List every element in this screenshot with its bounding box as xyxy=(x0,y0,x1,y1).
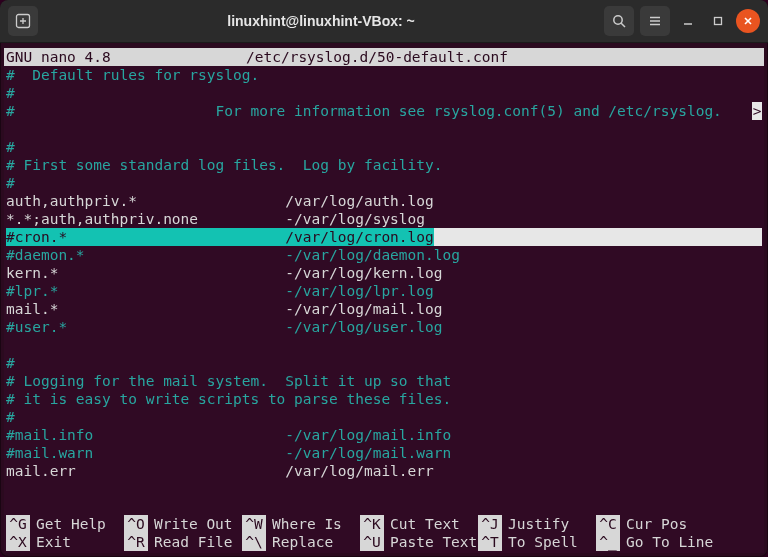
svg-rect-9 xyxy=(715,18,722,25)
editor-line[interactable]: #mail.warn -/var/log/mail.warn xyxy=(6,444,762,462)
editor-line[interactable]: #daemon.* -/var/log/daemon.log xyxy=(6,246,762,264)
shortcut-key: ^J xyxy=(478,515,502,533)
minimize-button[interactable] xyxy=(676,9,700,33)
shortcut-cut-text: ^KCut Text xyxy=(360,515,478,533)
shortcut-key: ^U xyxy=(360,533,384,551)
editor-line[interactable] xyxy=(6,336,762,354)
editor-line[interactable]: # xyxy=(6,174,762,192)
shortcut-key: ^O xyxy=(124,515,148,533)
new-tab-button[interactable] xyxy=(8,6,38,36)
shortcut-key: ^G xyxy=(6,515,30,533)
maximize-button[interactable] xyxy=(706,9,730,33)
shortcut-to-spell: ^TTo Spell xyxy=(478,533,596,551)
shortcut-key: ^_ xyxy=(596,533,620,551)
shortcut-label: Cut Text xyxy=(384,515,460,533)
shortcut-paste-text: ^UPaste Text xyxy=(360,533,478,551)
shortcut-key: ^X xyxy=(6,533,30,551)
shortcut-label: Get Help xyxy=(30,515,106,533)
svg-line-4 xyxy=(621,23,625,27)
shortcut-label: Paste Text xyxy=(384,533,477,551)
window-title: linuxhint@linuxhint-VBox: ~ xyxy=(38,13,604,29)
shortcut-justify: ^JJustify xyxy=(478,515,596,533)
shortcut-row: ^XExit^RRead File^\Replace^UPaste Text^T… xyxy=(6,533,762,551)
close-button[interactable] xyxy=(736,9,760,33)
editor-line[interactable]: *.*;auth,authpriv.none -/var/log/syslog xyxy=(6,210,762,228)
close-icon xyxy=(742,15,754,27)
editor-line-selected[interactable]: #cron.* /var/log/cron.log xyxy=(6,228,762,246)
shortcut-label: Write Out xyxy=(148,515,233,533)
editor-line[interactable]: auth,authpriv.* /var/log/auth.log xyxy=(6,192,762,210)
line-continuation-indicator: > xyxy=(752,102,762,120)
shortcut-label: Go To Line xyxy=(620,533,713,551)
editor-line[interactable]: mail.* -/var/log/mail.log xyxy=(6,300,762,318)
shortcut-key: ^K xyxy=(360,515,384,533)
maximize-icon xyxy=(712,15,724,27)
shortcut-key: ^T xyxy=(478,533,502,551)
shortcut-label: Read File xyxy=(148,533,233,551)
nano-version: GNU nano 4.8 xyxy=(6,48,246,66)
search-button[interactable] xyxy=(604,6,634,36)
terminal-area[interactable]: GNU nano 4.8 /etc/rsyslog.d/50-default.c… xyxy=(4,48,764,553)
shortcut-key: ^\ xyxy=(242,533,266,551)
editor-line[interactable]: # xyxy=(6,354,762,372)
shortcut-label: To Spell xyxy=(502,533,578,551)
minimize-icon xyxy=(682,15,694,27)
editor-line[interactable]: # it is easy to write scripts to parse t… xyxy=(6,390,762,408)
hamburger-icon xyxy=(647,13,663,29)
new-tab-icon xyxy=(15,13,31,29)
editor-line[interactable]: #user.* -/var/log/user.log xyxy=(6,318,762,336)
editor-line[interactable]: #mail.info -/var/log/mail.info xyxy=(6,426,762,444)
shortcut-write-out: ^OWrite Out xyxy=(124,515,242,533)
shortcut-get-help: ^GGet Help xyxy=(6,515,124,533)
shortcut-label: Exit xyxy=(30,533,71,551)
shortcut-label: Replace xyxy=(266,533,333,551)
editor-content[interactable]: # Default rules for rsyslog.## For more … xyxy=(4,66,764,480)
editor-line[interactable] xyxy=(6,120,762,138)
shortcut-where-is: ^WWhere Is xyxy=(242,515,360,533)
shortcut-row: ^GGet Help^OWrite Out^WWhere Is^KCut Tex… xyxy=(6,515,762,533)
editor-line[interactable]: # First some standard log files. Log by … xyxy=(6,156,762,174)
editor-line[interactable]: # Logging for the mail system. Split it … xyxy=(6,372,762,390)
search-icon xyxy=(611,13,627,29)
shortcut-key: ^C xyxy=(596,515,620,533)
shortcut-replace: ^\Replace xyxy=(242,533,360,551)
nano-header: GNU nano 4.8 /etc/rsyslog.d/50-default.c… xyxy=(4,48,764,66)
editor-line[interactable]: #lpr.* -/var/log/lpr.log xyxy=(6,282,762,300)
shortcut-exit: ^XExit xyxy=(6,533,124,551)
svg-point-3 xyxy=(614,16,622,24)
editor-line[interactable]: kern.* -/var/log/kern.log xyxy=(6,264,762,282)
editor-line[interactable]: mail.err /var/log/mail.err xyxy=(6,462,762,480)
menu-button[interactable] xyxy=(640,6,670,36)
terminal-window: linuxhint@linuxhint-VBox: ~ xyxy=(0,0,768,557)
shortcut-label: Justify xyxy=(502,515,569,533)
titlebar[interactable]: linuxhint@linuxhint-VBox: ~ xyxy=(0,0,768,43)
shortcut-label: Cur Pos xyxy=(620,515,687,533)
editor-line[interactable]: # Default rules for rsyslog. xyxy=(6,66,762,84)
shortcut-cur-pos: ^CCur Pos xyxy=(596,515,714,533)
shortcut-read-file: ^RRead File xyxy=(124,533,242,551)
shortcut-key: ^W xyxy=(242,515,266,533)
editor-line[interactable]: # xyxy=(6,138,762,156)
editor-line[interactable]: # xyxy=(6,84,762,102)
shortcut-label: Where Is xyxy=(266,515,342,533)
nano-filename: /etc/rsyslog.d/50-default.conf xyxy=(246,48,762,66)
shortcut-key: ^R xyxy=(124,533,148,551)
editor-line[interactable]: # xyxy=(6,408,762,426)
shortcut-go-to-line: ^_Go To Line xyxy=(596,533,714,551)
nano-shortcuts: ^GGet Help^OWrite Out^WWhere Is^KCut Tex… xyxy=(4,515,764,553)
editor-line[interactable]: # For more information see rsyslog.conf(… xyxy=(6,102,762,120)
